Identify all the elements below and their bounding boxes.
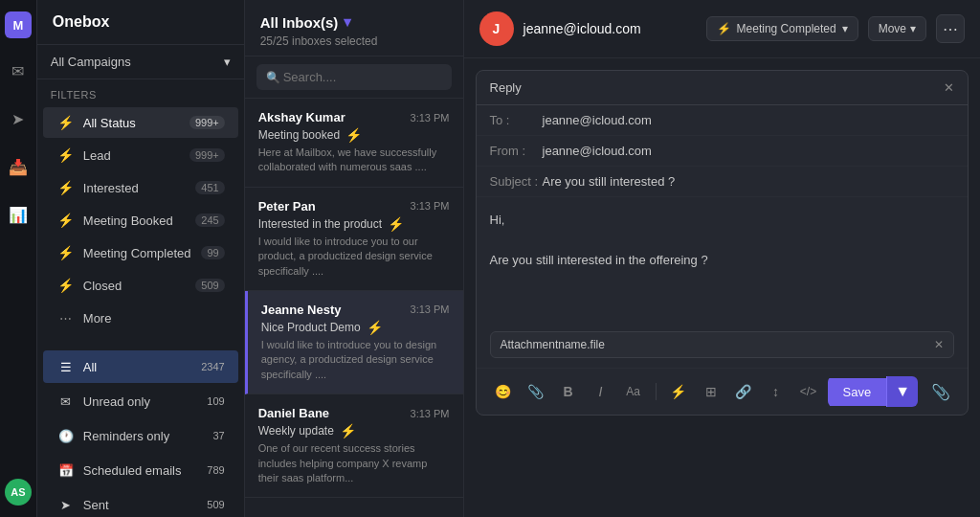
email-header: J jeanne@icloud.com ⚡ Meeting Completed … <box>464 0 980 58</box>
to-value[interactable]: jeanne@icloud.com <box>543 113 652 127</box>
filter-all-status[interactable]: ⚡ All Status 999+ <box>43 107 238 138</box>
inbox-all[interactable]: ☰ All 2347 <box>43 350 238 383</box>
bolt-status-icon: ⚡ <box>388 216 404 232</box>
msg-sender-name: Peter Pan <box>258 199 316 214</box>
status-badge[interactable]: ⚡ Meeting Completed ▾ <box>706 16 858 41</box>
filter-closed[interactable]: ⚡ Closed 509 <box>43 270 238 301</box>
table-button[interactable]: ⊞ <box>698 378 724 405</box>
bolt-status-icon: ⚡ <box>345 127 362 143</box>
filter-all-status-count: 999+ <box>189 116 225 129</box>
inbox-sent-label: Sent <box>83 498 208 512</box>
filter-meeting-completed-count: 99 <box>201 246 224 259</box>
to-label: To : <box>490 113 543 127</box>
app-logo: M <box>5 11 32 38</box>
inbox-title-chevron-icon[interactable]: ▾ <box>344 13 351 31</box>
inbox-unread[interactable]: ✉ Unread only 109 <box>43 385 238 417</box>
message-item[interactable]: Daniel Bane 3:13 PM Weekly update ⚡ One … <box>245 394 463 498</box>
selected-count: 25/25 inboxes selected <box>260 34 448 48</box>
interested-icon: ⚡ <box>56 178 76 197</box>
reply-container: Reply ✕ To : jeanne@icloud.com From : je… <box>464 58 980 517</box>
inbox-sent[interactable]: ➤ Sent 509 <box>43 488 238 517</box>
filter-more-label: More <box>83 311 225 326</box>
italic-button[interactable]: I <box>588 378 614 405</box>
sent-icon: ➤ <box>56 495 76 514</box>
variable-button[interactable]: ⚡ <box>665 378 692 405</box>
font-size-button[interactable]: Aa <box>620 378 647 405</box>
scheduled-icon: 📅 <box>56 461 76 480</box>
reply-box: Reply ✕ To : jeanne@icloud.com From : je… <box>476 70 969 416</box>
filter-meeting-booked-label: Meeting Booked <box>83 214 196 228</box>
unread-icon: ✉ <box>56 392 76 411</box>
mail-nav-icon[interactable]: ✉ <box>3 56 33 86</box>
filter-meeting-booked[interactable]: ⚡ Meeting Booked 245 <box>43 205 238 236</box>
inbox-reminders-label: Reminders only <box>83 429 213 443</box>
toolbar-divider <box>656 383 657 400</box>
inbox-unread-label: Unread only <box>83 394 208 409</box>
close-icon[interactable]: ✕ <box>944 80 954 95</box>
bottom-attach-button[interactable]: 📎 <box>927 378 954 405</box>
filter-meeting-completed[interactable]: ⚡ Meeting Completed 99 <box>43 237 238 268</box>
reply-toolbar: 😊 📎 B I Aa ⚡ ⊞ 🔗 ↕ </> Save ▼ 📎 <box>477 368 968 415</box>
filter-interested[interactable]: ⚡ Interested 451 <box>43 172 238 203</box>
filter-closed-label: Closed <box>83 279 196 293</box>
message-items: Akshay Kumar 3:13 PM Meeting booked ⚡ He… <box>245 99 463 517</box>
meeting-completed-icon: ⚡ <box>56 243 76 262</box>
link-button[interactable]: 🔗 <box>730 378 757 405</box>
msg-subject: Weekly update ⚡ <box>258 423 450 438</box>
attachment-close-icon[interactable]: ✕ <box>934 338 944 351</box>
filter-lead-count: 999+ <box>189 148 225 162</box>
email-address: jeanne@icloud.com <box>523 21 697 36</box>
message-item[interactable]: Peter Pan 3:13 PM Interested in the prod… <box>245 188 463 291</box>
msg-sender-name: Jeanne Nesty <box>261 303 342 317</box>
chart-nav-icon[interactable]: 📊 <box>3 199 33 230</box>
save-main-button[interactable]: Save <box>828 378 887 406</box>
status-bolt-icon: ⚡ <box>717 22 731 35</box>
message-item[interactable]: Jeanne Nesty 3:13 PM Nice Product Demo ⚡… <box>245 291 463 394</box>
msg-subject: Nice Product Demo ⚡ <box>261 320 450 335</box>
search-icon: 🔍 <box>266 71 280 84</box>
reply-to-field: To : jeanne@icloud.com <box>477 105 968 136</box>
msg-preview: I would like to introduce you to our pro… <box>258 235 450 279</box>
msg-time: 3:13 PM <box>411 303 450 315</box>
filter-lead-label: Lead <box>83 148 189 163</box>
user-avatar[interactable]: AS <box>5 479 32 506</box>
move-button[interactable]: Move ▾ <box>868 16 926 41</box>
status-badge-label: Meeting Completed <box>737 22 836 35</box>
filter-closed-count: 509 <box>195 279 224 292</box>
send-nav-icon[interactable]: ➤ <box>3 103 33 134</box>
subject-value[interactable]: Are you still interested ? <box>543 174 676 189</box>
move-label: Move <box>879 22 906 35</box>
inbox-unread-count: 109 <box>207 395 224 407</box>
msg-preview: One of our recent success stories includ… <box>258 441 450 485</box>
spacing-button[interactable]: ↕ <box>763 378 790 405</box>
reply-body[interactable]: Hi, Are you still interested in the offe… <box>477 197 968 331</box>
from-label: From : <box>490 144 543 158</box>
filter-lead[interactable]: ⚡ Lead 999+ <box>43 140 238 170</box>
filter-interested-label: Interested <box>83 181 196 195</box>
code-button[interactable]: </> <box>795 378 822 405</box>
filter-meeting-booked-count: 245 <box>195 214 224 227</box>
more-options-button[interactable]: ⋯ <box>936 14 965 43</box>
message-item[interactable]: Akshay Kumar 3:13 PM Meeting booked ⚡ He… <box>245 99 463 188</box>
inbox-nav-icon[interactable]: 📥 <box>3 151 33 182</box>
campaigns-selector[interactable]: All Campaigns ▾ <box>37 45 244 79</box>
inbox-title: All Inbox(s) ▾ <box>260 13 448 31</box>
msg-sender-name: Akshay Kumar <box>258 110 345 124</box>
save-dropdown-button[interactable]: ▼ <box>886 376 918 407</box>
inbox-title-text: All Inbox(s) <box>260 14 339 31</box>
attach-button[interactable]: 📎 <box>523 378 549 405</box>
search-input[interactable] <box>256 64 452 90</box>
bold-button[interactable]: B <box>555 378 582 405</box>
msg-subject: Meeting booked ⚡ <box>258 127 450 143</box>
attachment-name: Attachmentname.file <box>501 338 605 351</box>
reminders-icon: 🕐 <box>56 426 76 445</box>
msg-preview: I would like to introduce you to design … <box>261 338 450 382</box>
from-value[interactable]: jeanne@icloud.com <box>543 144 652 158</box>
inbox-reminders[interactable]: 🕐 Reminders only 37 <box>43 419 238 452</box>
filter-more[interactable]: ⋯ More <box>43 303 238 333</box>
msg-time: 3:13 PM <box>411 408 450 419</box>
campaigns-label: All Campaigns <box>51 55 131 69</box>
emoji-button[interactable]: 😊 <box>490 378 517 405</box>
inbox-scheduled[interactable]: 📅 Scheduled emails 789 <box>43 454 238 486</box>
attachment-bar: Attachmentname.file ✕ <box>490 331 954 358</box>
